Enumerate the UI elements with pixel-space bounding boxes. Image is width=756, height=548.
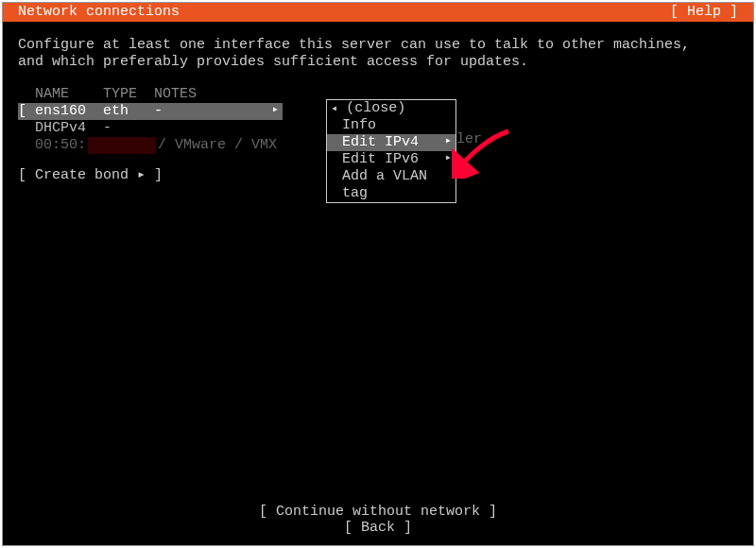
interface-dropdown-menu: ◂ (close) Info Edit IPv4 ▸ Edit IPv6 ▸ A…: [326, 99, 456, 203]
dropdown-info[interactable]: Info: [327, 117, 455, 134]
controller-text-partial: ler: [456, 131, 482, 148]
mac-vendor: / VMware / VMX: [158, 137, 277, 154]
dropdown-edit-ipv4[interactable]: Edit IPv4 ▸: [327, 134, 455, 151]
triangle-right-icon: ▸: [445, 134, 452, 151]
interface-type: eth: [103, 103, 154, 120]
dropdown-close[interactable]: ◂ (close): [327, 100, 455, 117]
row-bracket-left: [: [18, 103, 35, 120]
interface-notes: -: [154, 103, 266, 120]
interface-name: ens160: [35, 103, 103, 120]
intro-text: Configure at least one interface this se…: [18, 37, 738, 71]
continue-without-network-button[interactable]: [ Continue without network ]: [3, 504, 753, 520]
interface-row-selected[interactable]: [ ens160 eth - ▸: [18, 103, 283, 120]
title-bar: Network connections [ Help ]: [3, 3, 753, 22]
mac-redacted: [88, 137, 156, 154]
dhcp-type: -: [103, 120, 154, 137]
header-name: NAME: [35, 86, 103, 103]
expand-icon: ▸: [266, 103, 283, 120]
header-type: TYPE: [103, 86, 154, 103]
triangle-right-icon: ▸: [445, 151, 452, 168]
footer-buttons: [ Continue without network ] [ Back ]: [3, 504, 753, 537]
dropdown-add-vlan[interactable]: Add a VLAN tag: [327, 168, 455, 202]
mac-prefix: 00:50:: [35, 137, 86, 154]
window-title: Network connections: [18, 4, 180, 21]
main-content: Configure at least one interface this se…: [3, 37, 753, 184]
terminal-window: Network connections [ Help ] Configure a…: [2, 2, 754, 546]
dropdown-edit-ipv6[interactable]: Edit IPv6 ▸: [327, 151, 455, 168]
triangle-left-icon: ◂: [331, 102, 337, 115]
back-button[interactable]: [ Back ]: [3, 520, 753, 536]
dhcp-label: DHCPv4: [35, 120, 103, 137]
help-button[interactable]: [ Help ]: [670, 4, 738, 21]
